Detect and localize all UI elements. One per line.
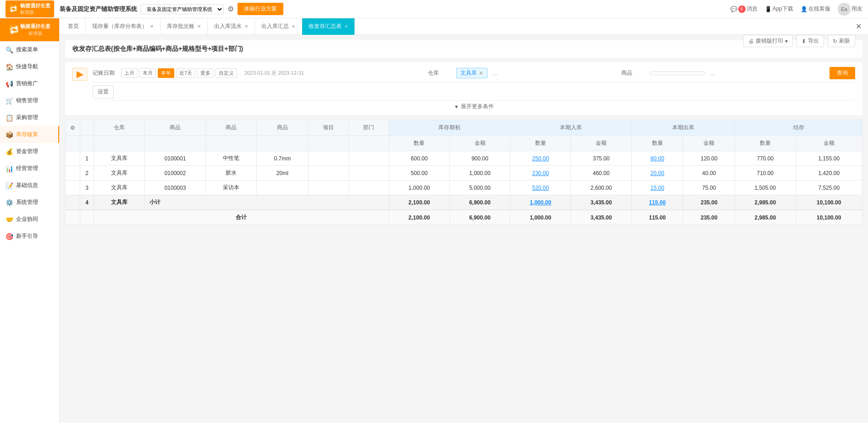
row2-in-amount: 460.00 bbox=[571, 166, 631, 181]
th-balance: 结存 bbox=[735, 120, 862, 136]
app-download-item[interactable]: 📱 App下载 bbox=[765, 5, 793, 13]
message-icon: 💬 bbox=[730, 6, 737, 12]
search-icon: 🔍 bbox=[6, 46, 13, 54]
date-btn-this-month[interactable]: 本月 bbox=[139, 68, 156, 78]
content-area: 首页 现存量（库存分布表） ✕ 库存批次账 ✕ 出入库流水 ✕ 出入库汇总 ✕ bbox=[60, 18, 868, 423]
total-seq bbox=[80, 210, 94, 225]
tab-receive-send-summary[interactable]: 收发存汇总表 ✕ bbox=[302, 18, 355, 35]
row2-check bbox=[66, 166, 80, 181]
sidebar-item-search[interactable]: 🔍 搜索菜单 bbox=[0, 41, 59, 58]
online-service-item[interactable]: 👤 在线客服 bbox=[801, 5, 830, 13]
row3-code: 0100003 bbox=[145, 181, 205, 195]
th-settings[interactable]: ⚙ bbox=[66, 120, 80, 136]
basic-info-icon: 📝 bbox=[6, 182, 13, 189]
finance-icon: 💰 bbox=[6, 148, 13, 155]
th-goods-code-sub bbox=[145, 136, 205, 151]
filter-expand[interactable]: ▼ 展开更多条件 bbox=[93, 100, 855, 110]
total-check bbox=[66, 210, 80, 225]
tab-in-out-summary[interactable]: 出入库汇总 ✕ bbox=[255, 18, 302, 35]
subtotal-out-qty[interactable]: 115.00 bbox=[631, 195, 683, 210]
goods-more[interactable]: ... bbox=[710, 70, 715, 77]
date-btn-custom[interactable]: 自定义 bbox=[216, 68, 237, 78]
sidebar-item-newcomer[interactable]: 🎯 新手引导 bbox=[0, 228, 59, 245]
sidebar-label-system: 系统管理 bbox=[16, 198, 38, 206]
date-btn-more[interactable]: 更多 bbox=[197, 68, 214, 78]
marketing-icon: 📢 bbox=[6, 80, 13, 88]
tab-bar: 首页 现存量（库存分布表） ✕ 库存批次账 ✕ 出入库流水 ✕ 出入库汇总 ✕ bbox=[60, 18, 868, 35]
settings-icon[interactable]: ⚙ bbox=[227, 5, 234, 13]
goods-input[interactable] bbox=[650, 71, 705, 75]
total-in-amount: 3,435.00 bbox=[571, 210, 631, 225]
row1-out-qty[interactable]: 80.00 bbox=[631, 151, 683, 166]
row2-name: 胶水 bbox=[205, 166, 256, 181]
total-opening-qty: 2,100.00 bbox=[389, 210, 449, 225]
row1-dept bbox=[348, 151, 389, 166]
app-download-label: App下载 bbox=[773, 5, 793, 13]
date-btn-last-month[interactable]: 上月 bbox=[121, 68, 138, 78]
tab-batch-ledger-close[interactable]: ✕ bbox=[197, 24, 201, 29]
sidebar-item-system[interactable]: ⚙️ 系统管理 bbox=[0, 194, 59, 211]
filter-row-date: 记账日期 上月 本月 本年 近7天 更多 自定义 2023-01-01 至 20… bbox=[93, 67, 855, 79]
row3-in-qty[interactable]: 520.00 bbox=[510, 181, 571, 195]
table-settings-icon[interactable]: ⚙ bbox=[70, 125, 75, 131]
tab-inventory-dist-close[interactable]: ✕ bbox=[150, 24, 154, 29]
row1-project bbox=[308, 151, 348, 166]
export-button[interactable]: ⬇ 导出 bbox=[796, 35, 824, 47]
print-icon: 🖨 bbox=[748, 38, 754, 44]
sidebar-item-operations[interactable]: 📊 经营管理 bbox=[0, 160, 59, 177]
settings-btn[interactable]: 设置 bbox=[93, 85, 114, 99]
message-item[interactable]: 💬 6 消息 bbox=[730, 5, 757, 13]
tab-in-out-flow[interactable]: 出入库流水 ✕ bbox=[208, 18, 255, 35]
sidebar-logo-icon: 🔁 bbox=[9, 23, 20, 36]
experience-btn[interactable]: 体验行业方案 bbox=[238, 3, 283, 15]
query-button[interactable]: 查询 bbox=[829, 67, 855, 79]
row1-name: 中性笔 bbox=[205, 151, 256, 166]
date-btn-this-year[interactable]: 本年 bbox=[158, 68, 174, 78]
row1-check bbox=[66, 151, 80, 166]
tab-receive-send-summary-close[interactable]: ✕ bbox=[344, 24, 348, 29]
warehouse-tag-remove[interactable]: ✕ bbox=[479, 70, 483, 77]
sidebar-item-marketing[interactable]: 📢 营销推广 bbox=[0, 75, 59, 92]
row1-balance-qty: 770.00 bbox=[735, 151, 796, 166]
system-name: 装备及固定资产辅助管理系统 bbox=[60, 5, 137, 13]
row1-in-qty[interactable]: 250.00 bbox=[510, 151, 571, 166]
sidebar-item-quick-nav[interactable]: 🏠 快捷导航 bbox=[0, 58, 59, 75]
subtotal-in-qty[interactable]: 1,000.00 bbox=[510, 195, 571, 210]
subtotal-balance-amount: 10,100.00 bbox=[796, 195, 862, 210]
row2-in-qty[interactable]: 230.00 bbox=[510, 166, 571, 181]
tab-inventory-dist[interactable]: 现存量（库存分布表） ✕ bbox=[86, 18, 160, 35]
tab-close-all[interactable]: ✕ bbox=[851, 22, 866, 31]
row3-out-qty[interactable]: 15.00 bbox=[631, 181, 683, 195]
page-content: 收发存汇总表(按仓库+商品编码+商品+规格型号+项目+部门) 🖨 拨销版打印 ▾… bbox=[60, 35, 868, 423]
user-item[interactable]: Ea 用友 bbox=[838, 3, 862, 16]
app-logo: 🔁 畅捷通好生意 标准版 bbox=[6, 0, 54, 17]
print-button[interactable]: 🖨 拨销版打印 ▾ bbox=[743, 35, 793, 47]
th-out-qty: 数量 bbox=[631, 136, 683, 151]
row2-out-qty[interactable]: 20.00 bbox=[631, 166, 683, 181]
filter-toggle[interactable]: ▶ bbox=[72, 68, 87, 81]
sidebar-item-enterprise[interactable]: 🤝 企业协同 bbox=[0, 211, 59, 228]
tab-home[interactable]: 首页 bbox=[61, 18, 86, 35]
tab-in-out-flow-close[interactable]: ✕ bbox=[244, 24, 248, 29]
tab-batch-ledger[interactable]: 库存批次账 ✕ bbox=[160, 18, 208, 35]
inventory-icon: 📦 bbox=[6, 131, 13, 138]
refresh-button[interactable]: ↻ 刷新 bbox=[828, 35, 855, 47]
row1-spec: 0.7mm bbox=[257, 151, 309, 166]
sidebar-item-purchase[interactable]: 📋 采购管理 bbox=[0, 109, 59, 126]
warehouse-more[interactable]: ... bbox=[493, 70, 498, 77]
date-btn-last-7days[interactable]: 近7天 bbox=[176, 68, 195, 78]
sidebar-item-inventory[interactable]: 📦 库存核算 bbox=[0, 126, 59, 143]
sidebar-item-basic-info[interactable]: 📝 基础信息 bbox=[0, 177, 59, 194]
th-out-amount: 金额 bbox=[683, 136, 735, 151]
system-dropdown[interactable]: 装备及固定资产辅助管理系统 bbox=[141, 4, 224, 14]
sidebar-item-finance[interactable]: 💰 资金管理 bbox=[0, 143, 59, 160]
sidebar-item-sales[interactable]: 🛒 销售管理 bbox=[0, 92, 59, 109]
th-warehouse: 仓库 bbox=[94, 120, 145, 136]
row3-name: 采访本 bbox=[205, 181, 256, 195]
logo-icon: 🔁 bbox=[9, 5, 18, 13]
total-label: 合计 bbox=[94, 210, 389, 225]
tab-in-out-summary-close[interactable]: ✕ bbox=[292, 24, 295, 29]
tab-receive-send-summary-label: 收发存汇总表 bbox=[309, 22, 342, 30]
avatar-text: Ea bbox=[841, 6, 847, 12]
app-name: 畅捷通好生意 bbox=[20, 2, 50, 9]
